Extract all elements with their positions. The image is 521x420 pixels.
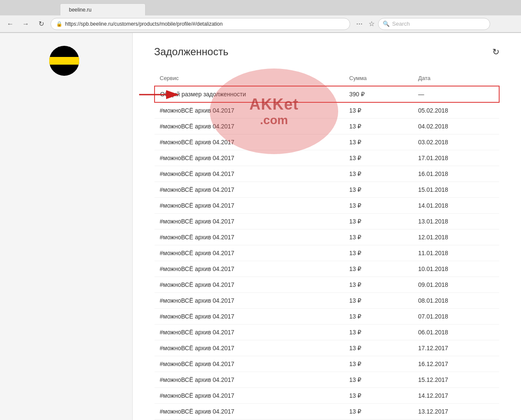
row-service: #можноВСЁ архив 04.2017 [155,340,344,356]
row-date: 06.01.2018 [413,325,499,340]
row-service: #можноВСЁ архив 04.2017 [155,277,344,293]
table-row: #можноВСЁ архив 04.2017 13 ₽ 13.12.2017 [155,404,499,420]
row-amount: 13 ₽ [344,388,413,404]
table-row: #можноВСЁ архив 04.2017 13 ₽ 07.01.2018 [155,309,499,325]
antenna-left [56,46,60,49]
row-date: 11.01.2018 [413,245,499,261]
back-button[interactable]: ← [4,18,16,30]
row-service: #можноВСЁ архив 04.2017 [155,229,344,245]
row-service: #можноВСЁ архив 04.2017 [155,102,344,119]
table-row: #можноВСЁ архив 04.2017 13 ₽ 09.01.2018 [155,277,499,293]
row-service: #можноВСЁ архив 04.2017 [155,404,344,420]
browser-toolbar: ← → ↻ 🔒 https://spb.beeline.ru/customers… [0,15,521,33]
table-row: #можноВСЁ архив 04.2017 13 ₽ 03.02.2018 [155,134,499,150]
main-content: Задолженность ↻ Сервис Сумма Дата Общий … [133,33,521,420]
row-amount: 13 ₽ [344,293,413,309]
row-amount: 13 ₽ [344,356,413,372]
row-amount: 13 ₽ [344,372,413,388]
table-header-row: Сервис Сумма Дата [155,71,499,86]
row-service: #можноВСЁ архив 04.2017 [155,372,344,388]
row-amount: 13 ₽ [344,166,413,182]
beeline-logo [49,46,79,76]
search-icon: 🔍 [383,21,390,27]
row-amount: 13 ₽ [344,214,413,229]
table-row: #можноВСЁ архив 04.2017 13 ₽ 13.01.2018 [155,214,499,229]
table-row: #можноВСЁ архив 04.2017 13 ₽ 10.01.2018 [155,261,499,277]
row-date: 13.01.2018 [413,214,499,229]
row-service: #можноВСЁ архив 04.2017 [155,325,344,340]
menu-button[interactable]: ··· [354,18,365,30]
row-date: 17.12.2017 [413,340,499,356]
row-date: 09.01.2018 [413,277,499,293]
row-service: #можноВСЁ архив 04.2017 [155,245,344,261]
row-service: #можноВСЁ архив 04.2017 [155,198,344,214]
row-date: 14.12.2017 [413,388,499,404]
row-service: #можноВСЁ архив 04.2017 [155,214,344,229]
stripe-2 [49,57,79,65]
page-header: Задолженность ↻ [154,46,500,58]
row-amount: 13 ₽ [344,150,413,166]
col-header-date: Дата [413,71,499,86]
row-service: #можноВСЁ архив 04.2017 [155,166,344,182]
row-date: 15.12.2017 [413,372,499,388]
search-bar[interactable]: 🔍 Search [378,18,490,30]
tab-bar: beeline.ru [0,0,521,15]
col-header-service: Сервис [155,71,344,86]
page-layout: Задолженность ↻ Сервис Сумма Дата Общий … [0,33,521,420]
row-date: 03.02.2018 [413,134,499,150]
row-service: #можноВСЁ архив 04.2017 [155,150,344,166]
table-row: #можноВСЁ архив 04.2017 13 ₽ 04.02.2018 [155,119,499,134]
row-service: #можноВСЁ архив 04.2017 [155,293,344,309]
table-row: #можноВСЁ архив 04.2017 13 ₽ 17.12.2017 [155,340,499,356]
row-amount: 13 ₽ [344,119,413,134]
total-row: Общий размер задолженности 390 ₽ — [155,86,499,102]
table-row: #можноВСЁ архив 04.2017 13 ₽ 08.01.2018 [155,293,499,309]
address-bar[interactable]: 🔒 https://spb.beeline.ru/customers/produ… [51,18,350,30]
row-amount: 13 ₽ [344,325,413,340]
row-date: 17.01.2018 [413,150,499,166]
tab-label: beeline.ru [69,7,92,13]
row-amount: 13 ₽ [344,182,413,198]
bookmark-button[interactable]: ☆ [369,20,375,28]
row-amount: 13 ₽ [344,198,413,214]
row-service: #можноВСЁ архив 04.2017 [155,261,344,277]
row-service: #можноВСЁ архив 04.2017 [155,119,344,134]
row-amount: 13 ₽ [344,245,413,261]
row-date: 13.12.2017 [413,404,499,420]
table-row: #можноВСЁ архив 04.2017 13 ₽ 11.01.2018 [155,245,499,261]
row-service: #можноВСЁ архив 04.2017 [155,182,344,198]
antenna-right [68,46,72,49]
row-date: 05.02.2018 [413,102,499,119]
row-amount: 13 ₽ [344,340,413,356]
row-date: 07.01.2018 [413,309,499,325]
table-row: #можноВСЁ архив 04.2017 13 ₽ 16.01.2018 [155,166,499,182]
total-service: Общий размер задолженности [155,86,344,102]
row-date: 10.01.2018 [413,261,499,277]
reload-button[interactable]: ↻ [35,18,47,30]
table-row: #можноВСЁ архив 04.2017 13 ₽ 06.01.2018 [155,325,499,340]
logo-container [49,46,83,80]
row-amount: 13 ₽ [344,134,413,150]
table-row: #можноВСЁ архив 04.2017 13 ₽ 17.01.2018 [155,150,499,166]
row-amount: 13 ₽ [344,309,413,325]
row-date: 15.01.2018 [413,182,499,198]
row-amount: 13 ₽ [344,229,413,245]
row-service: #можноВСЁ архив 04.2017 [155,309,344,325]
row-date: 04.02.2018 [413,119,499,134]
page-title: Задолженность [154,46,228,58]
forward-button[interactable]: → [20,18,32,30]
row-date: 16.12.2017 [413,356,499,372]
active-tab[interactable]: beeline.ru [60,3,146,15]
lock-icon: 🔒 [56,21,63,27]
row-amount: 13 ₽ [344,102,413,119]
total-amount: 390 ₽ [344,86,413,102]
url-text: https://spb.beeline.ru/customers/product… [65,21,223,27]
refresh-button[interactable]: ↻ [492,47,500,57]
table-row: #можноВСЁ архив 04.2017 13 ₽ 15.01.2018 [155,182,499,198]
table-row: #можноВСЁ архив 04.2017 13 ₽ 05.02.2018 [155,102,499,119]
row-amount: 13 ₽ [344,277,413,293]
row-date: 16.01.2018 [413,166,499,182]
row-date: 12.01.2018 [413,229,499,245]
table-row: #можноВСЁ архив 04.2017 13 ₽ 16.12.2017 [155,356,499,372]
row-service: #можноВСЁ архив 04.2017 [155,134,344,150]
